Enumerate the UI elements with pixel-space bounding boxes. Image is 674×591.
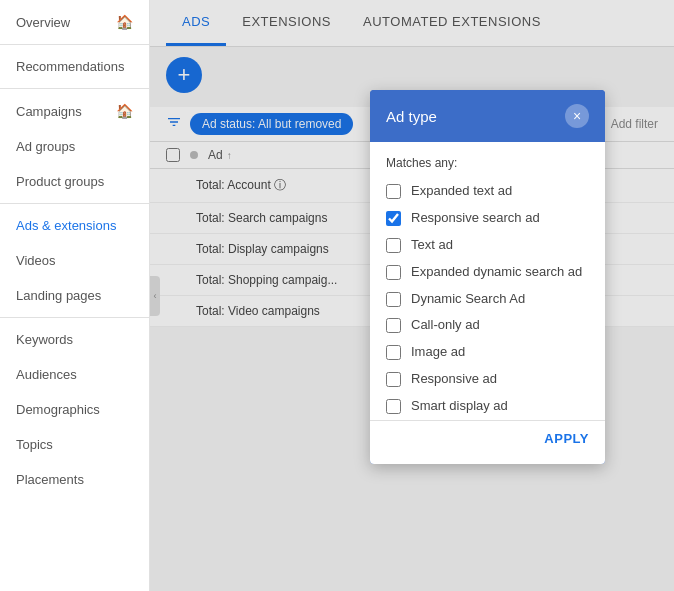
option-responsive-ad[interactable]: Responsive ad <box>370 366 605 393</box>
option-label: Responsive ad <box>411 371 497 388</box>
option-label: Call-only ad <box>411 317 480 334</box>
checkbox-responsive-ad[interactable] <box>386 372 401 387</box>
checkbox-smart-display-ad[interactable] <box>386 399 401 414</box>
ad-type-options-list: Expanded text ad Responsive search ad Te… <box>370 178 605 420</box>
divider-2 <box>0 88 149 89</box>
sidebar-item-audiences[interactable]: Audiences <box>0 357 149 392</box>
sidebar-item-label: Product groups <box>16 174 104 189</box>
sidebar-item-ads-extensions[interactable]: Ads & extensions <box>0 208 149 243</box>
matches-any-label: Matches any: <box>370 150 605 178</box>
option-image-ad[interactable]: Image ad <box>370 339 605 366</box>
divider-1 <box>0 44 149 45</box>
sidebar-item-label: Ad groups <box>16 139 75 154</box>
close-button[interactable]: × <box>565 104 589 128</box>
divider-4 <box>0 317 149 318</box>
sidebar-item-campaigns[interactable]: Campaigns 🏠 <box>0 93 149 129</box>
checkbox-dynamic-search-ad[interactable] <box>386 292 401 307</box>
sidebar: Overview 🏠 Recommendations Campaigns 🏠 A… <box>0 0 150 591</box>
checkbox-expanded-text-ad[interactable] <box>386 184 401 199</box>
option-responsive-search-ad[interactable]: Responsive search ad <box>370 205 605 232</box>
sidebar-item-placements[interactable]: Placements <box>0 462 149 497</box>
sidebar-item-recommendations[interactable]: Recommendations <box>0 49 149 84</box>
option-call-only-ad[interactable]: Call-only ad <box>370 312 605 339</box>
sidebar-item-keywords[interactable]: Keywords <box>0 322 149 357</box>
sidebar-item-label: Placements <box>16 472 84 487</box>
home-icon-campaigns: 🏠 <box>116 103 133 119</box>
sidebar-item-label: Ads & extensions <box>16 218 116 233</box>
ad-type-header: Ad type × <box>370 90 605 142</box>
ad-type-body: Matches any: Expanded text ad Responsive… <box>370 142 605 464</box>
sidebar-item-topics[interactable]: Topics <box>0 427 149 462</box>
home-icon: 🏠 <box>116 14 133 30</box>
option-dynamic-search-ad[interactable]: Dynamic Search Ad <box>370 286 605 313</box>
checkbox-responsive-search-ad[interactable] <box>386 211 401 226</box>
sidebar-item-label: Landing pages <box>16 288 101 303</box>
option-expanded-text-ad[interactable]: Expanded text ad <box>370 178 605 205</box>
checkbox-image-ad[interactable] <box>386 345 401 360</box>
option-label: Smart display ad <box>411 398 508 415</box>
sidebar-item-label: Demographics <box>16 402 100 417</box>
sidebar-item-demographics[interactable]: Demographics <box>0 392 149 427</box>
option-label: Image ad <box>411 344 465 361</box>
option-label: Dynamic Search Ad <box>411 291 525 308</box>
sidebar-item-videos[interactable]: Videos <box>0 243 149 278</box>
sidebar-item-label: Recommendations <box>16 59 124 74</box>
sidebar-item-productgroups[interactable]: Product groups <box>0 164 149 199</box>
ad-type-panel: Ad type × Matches any: Expanded text ad … <box>370 90 605 464</box>
main-content: ADS EXTENSIONS AUTOMATED EXTENSIONS + Ad… <box>150 0 674 591</box>
sidebar-item-label: Topics <box>16 437 53 452</box>
ad-type-footer: APPLY <box>370 420 605 456</box>
sidebar-item-overview[interactable]: Overview 🏠 <box>0 4 149 40</box>
sidebar-item-landingpages[interactable]: Landing pages <box>0 278 149 313</box>
option-text-ad[interactable]: Text ad <box>370 232 605 259</box>
checkbox-expanded-dynamic-search-ad[interactable] <box>386 265 401 280</box>
sidebar-item-label: Campaigns <box>16 104 82 119</box>
option-label: Expanded dynamic search ad <box>411 264 582 281</box>
option-label: Responsive search ad <box>411 210 540 227</box>
sidebar-item-label: Audiences <box>16 367 77 382</box>
sidebar-item-label: Videos <box>16 253 56 268</box>
sidebar-item-adgroups[interactable]: Ad groups <box>0 129 149 164</box>
option-smart-display-ad[interactable]: Smart display ad <box>370 393 605 420</box>
ad-type-title: Ad type <box>386 108 437 125</box>
divider-3 <box>0 203 149 204</box>
checkbox-call-only-ad[interactable] <box>386 318 401 333</box>
sidebar-item-label: Overview <box>16 15 70 30</box>
option-label: Expanded text ad <box>411 183 512 200</box>
apply-button[interactable]: APPLY <box>544 431 589 446</box>
option-expanded-dynamic-search-ad[interactable]: Expanded dynamic search ad <box>370 259 605 286</box>
option-label: Text ad <box>411 237 453 254</box>
checkbox-text-ad[interactable] <box>386 238 401 253</box>
sidebar-item-label: Keywords <box>16 332 73 347</box>
